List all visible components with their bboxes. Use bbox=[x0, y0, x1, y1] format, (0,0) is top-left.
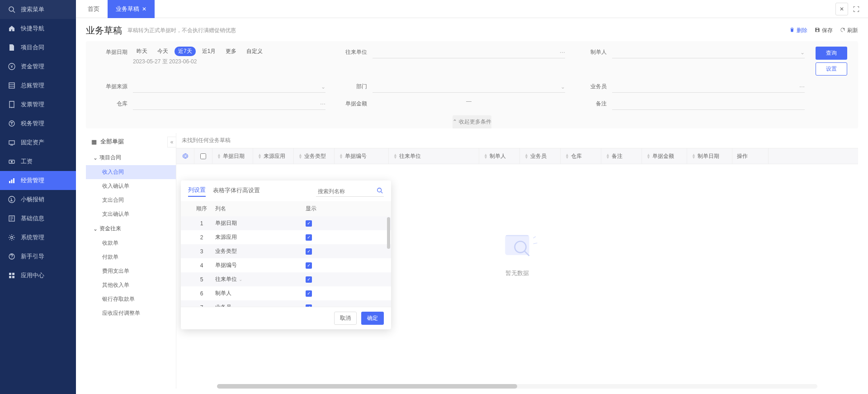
sidebar-item-2[interactable]: 项目合同 bbox=[0, 38, 76, 57]
table-column-header[interactable]: ▲▼制单人 bbox=[479, 148, 520, 164]
popover-tab-columns[interactable]: 列设置 bbox=[188, 186, 206, 197]
column-search-input[interactable] bbox=[316, 186, 384, 197]
date-tag[interactable]: 昨天 bbox=[133, 47, 151, 56]
tabs-bar: 首页业务草稿✕ ✕ bbox=[76, 0, 868, 18]
show-checkbox[interactable]: ✓ bbox=[306, 276, 312, 283]
column-settings-row[interactable]: 7业务员⌄✓ bbox=[181, 300, 391, 307]
table-column-header[interactable]: ▲▼往来单位 bbox=[389, 148, 479, 164]
date-tag[interactable]: 自定义 bbox=[243, 47, 266, 56]
date-tag[interactable]: 近7天 bbox=[175, 47, 196, 56]
wh-input[interactable]: ⋯ bbox=[133, 98, 326, 110]
creator-input[interactable]: ⌄ bbox=[612, 47, 805, 58]
sidebar-item-6[interactable]: 税务管理 bbox=[0, 114, 76, 133]
remark-input[interactable] bbox=[612, 98, 805, 110]
chevron-down-icon[interactable]: ⌄ bbox=[239, 277, 242, 282]
column-settings-row[interactable]: 6制单人✓ bbox=[181, 286, 391, 300]
popover-ok-button[interactable]: 确定 bbox=[361, 312, 384, 325]
sidebar-item-9[interactable]: 经营管理 bbox=[0, 171, 76, 190]
tree-group[interactable]: ⌄项目合同 bbox=[86, 150, 176, 165]
delete-action[interactable]: 删除 bbox=[789, 27, 807, 34]
table-column-header[interactable]: ▲▼业务类型 bbox=[294, 148, 335, 164]
popover-scrollbar[interactable] bbox=[387, 217, 390, 249]
save-action[interactable]: 保存 bbox=[815, 27, 833, 34]
tree-item[interactable]: 其他收入单 bbox=[86, 278, 176, 292]
tab-0[interactable]: 首页 bbox=[80, 0, 108, 18]
sidebar-item-8[interactable]: 工资 bbox=[0, 152, 76, 171]
show-checkbox[interactable]: ✓ bbox=[306, 304, 312, 307]
collapse-filters-button[interactable]: ⌃ 收起更多条件 bbox=[453, 115, 491, 128]
tree-item[interactable]: 收入合同 bbox=[86, 165, 176, 179]
column-settings-row[interactable]: 4单据编号✓ bbox=[181, 258, 391, 272]
select-all-checkbox[interactable] bbox=[194, 148, 212, 164]
tree-group[interactable]: ⌄资金往来 bbox=[86, 221, 176, 236]
column-settings-row[interactable]: 5往来单位⌄✓ bbox=[181, 272, 391, 286]
table-column-header[interactable]: ▲▼仓库 bbox=[561, 148, 601, 164]
fullscreen-button[interactable] bbox=[850, 3, 863, 15]
tree-item[interactable]: 应收应付调整单 bbox=[86, 306, 176, 320]
partner-input[interactable]: ⋯ bbox=[373, 47, 565, 58]
invoice-icon bbox=[8, 101, 15, 108]
popover-cancel-button[interactable]: 取消 bbox=[334, 312, 357, 325]
horizontal-scrollbar[interactable] bbox=[217, 384, 817, 389]
sidebar-item-10[interactable]: 小畅报销 bbox=[0, 190, 76, 209]
sidebar-item-14[interactable]: 应用中心 bbox=[0, 266, 76, 285]
show-checkbox[interactable]: ✓ bbox=[306, 220, 312, 227]
table-column-header[interactable]: ▲▼业务员 bbox=[520, 148, 561, 164]
table-column-header[interactable]: ▲▼来源应用 bbox=[253, 148, 294, 164]
table-column-header[interactable]: ▲▼单据日期 bbox=[212, 148, 253, 164]
table-column-header[interactable]: ▲▼单据编号 bbox=[335, 148, 389, 164]
chevron-down-icon[interactable]: ⌄ bbox=[561, 84, 565, 90]
tree-item[interactable]: 费用支出单 bbox=[86, 264, 176, 278]
more-icon[interactable]: ⋯ bbox=[799, 84, 805, 90]
tab-close-button[interactable]: ✕ bbox=[835, 3, 848, 15]
column-settings-row[interactable]: 1单据日期✓ bbox=[181, 216, 391, 230]
tree-item[interactable]: 银行存取款单 bbox=[86, 292, 176, 306]
sidebar-item-7[interactable]: 固定资产 bbox=[0, 133, 76, 152]
sidebar-item-4[interactable]: 总账管理 bbox=[0, 76, 76, 95]
chevron-down-icon[interactable]: ⌄ bbox=[321, 84, 326, 90]
row-order: 7 bbox=[188, 304, 215, 307]
dept-input[interactable]: ⌄ bbox=[373, 81, 565, 93]
query-button[interactable]: 查询 bbox=[816, 47, 847, 60]
table-column-header[interactable]: ▲▼制单日期 bbox=[687, 148, 732, 164]
sidebar-item-13[interactable]: 新手引导 bbox=[0, 247, 76, 266]
column-settings-row[interactable]: 3业务类型✓ bbox=[181, 244, 391, 258]
sidebar-item-11[interactable]: 基础信息 bbox=[0, 209, 76, 228]
show-checkbox[interactable]: ✓ bbox=[306, 248, 312, 255]
refresh-action[interactable]: 刷新 bbox=[840, 27, 858, 34]
show-checkbox[interactable]: ✓ bbox=[306, 234, 312, 241]
sidebar-item-3[interactable]: ¥资金管理 bbox=[0, 57, 76, 76]
date-tag[interactable]: 近1月 bbox=[198, 47, 220, 56]
date-tag[interactable]: 今天 bbox=[154, 47, 172, 56]
more-icon[interactable]: ⋯ bbox=[560, 49, 565, 56]
tree-item[interactable]: 付款单 bbox=[86, 250, 176, 264]
column-settings-button[interactable] bbox=[176, 148, 194, 164]
sales-input[interactable]: ⋯ bbox=[612, 81, 805, 93]
popover-tab-font[interactable]: 表格字体行高设置 bbox=[213, 186, 260, 196]
chevron-down-icon[interactable]: ⌄ bbox=[233, 305, 237, 307]
tab-1[interactable]: 业务草稿✕ bbox=[108, 0, 155, 18]
table-column-header[interactable]: 操作 bbox=[732, 148, 769, 164]
show-checkbox[interactable]: ✓ bbox=[306, 262, 312, 269]
table-column-header[interactable]: ▲▼单据金额 bbox=[642, 148, 687, 164]
column-settings-row[interactable]: 2来源应用✓ bbox=[181, 230, 391, 244]
sidebar-item-12[interactable]: 系统管理 bbox=[0, 228, 76, 247]
settings-button[interactable]: 设置 bbox=[816, 62, 847, 76]
sidebar-item-1[interactable]: 快捷导航 bbox=[0, 19, 76, 38]
tree-item[interactable]: 支出合同 bbox=[86, 193, 176, 207]
table-column-header[interactable]: ▲▼备注 bbox=[601, 148, 642, 164]
grid-icon: ▦ bbox=[91, 138, 97, 145]
sidebar-item-0[interactable]: 搜索菜单 bbox=[0, 0, 76, 19]
chevron-down-icon[interactable]: ⌄ bbox=[800, 49, 805, 56]
tree-collapse-button[interactable]: « bbox=[167, 137, 176, 147]
date-tag[interactable]: 更多 bbox=[222, 47, 240, 56]
source-input[interactable]: ⌄ bbox=[133, 81, 326, 93]
scrollbar-thumb[interactable] bbox=[217, 384, 517, 389]
sidebar-item-5[interactable]: 发票管理 bbox=[0, 95, 76, 114]
tree-item[interactable]: 收款单 bbox=[86, 236, 176, 250]
show-checkbox[interactable]: ✓ bbox=[306, 290, 312, 297]
close-icon[interactable]: ✕ bbox=[142, 6, 146, 12]
tree-item[interactable]: 收入确认单 bbox=[86, 179, 176, 193]
tree-item[interactable]: 支出确认单 bbox=[86, 207, 176, 221]
more-icon[interactable]: ⋯ bbox=[320, 101, 326, 107]
